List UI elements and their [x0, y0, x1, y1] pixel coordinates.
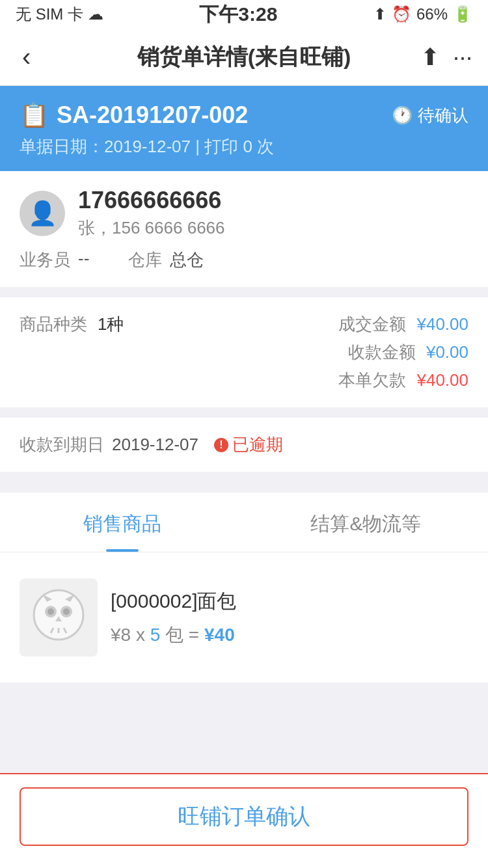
- status-right: ⬆ ⏰ 66% 🔋: [373, 5, 472, 23]
- order-header: 📋 SA-20191207-002 🕐 待确认 单据日期：2019-12-07 …: [0, 86, 488, 171]
- order-icon: 📋: [20, 102, 49, 129]
- debt-amount-value: ¥40.00: [416, 370, 468, 390]
- sales-person-value: --: [78, 249, 89, 271]
- divider-1: [0, 287, 488, 297]
- location-icon: ⬆: [373, 5, 386, 23]
- battery-icon: 🔋: [453, 5, 472, 23]
- receipt-amount-value: ¥0.00: [426, 342, 468, 362]
- status-clock-icon: 🕐: [392, 105, 413, 126]
- tab-settlement[interactable]: 结算&物流等: [244, 493, 488, 552]
- customer-name: 张，156 6666 6666: [78, 217, 225, 239]
- deal-amount-value: ¥40.00: [416, 314, 468, 334]
- order-status: 🕐 待确认: [392, 104, 468, 127]
- summary-section: 商品种类 1种 成交金额 ¥40.00 收款金额 ¥0.00 本单欠款 ¥40.…: [0, 297, 488, 407]
- product-type-row: 商品种类 1种: [20, 313, 124, 336]
- overdue-text: 已逾期: [232, 433, 283, 456]
- no-sim-text: 无 SIM 卡 ☁: [16, 4, 103, 25]
- product-type-value: 1种: [98, 313, 124, 336]
- warehouse-label: 仓库: [128, 249, 162, 271]
- order-id-text: SA-20191207-002: [57, 102, 248, 129]
- share-icon[interactable]: ⬆: [420, 44, 440, 71]
- product-details: [0000002]面包 ¥8 x 5 包 = ¥40: [111, 588, 236, 647]
- alarm-icon: ⏰: [392, 5, 411, 23]
- sales-person-row: 业务员 --: [20, 249, 89, 271]
- tab-sales-products[interactable]: 销售商品: [0, 493, 244, 552]
- svg-point-3: [47, 608, 54, 615]
- product-calc: ¥8 x 5 包 = ¥40: [111, 623, 236, 647]
- product-price: ¥8: [111, 625, 131, 645]
- avatar-icon: 👤: [28, 200, 57, 227]
- product-image: [20, 578, 98, 657]
- customer-avatar: 👤: [20, 191, 65, 236]
- divider-3: [0, 472, 488, 482]
- tab-settlement-label: 结算&物流等: [310, 513, 421, 534]
- warehouse-value: 总仓: [170, 249, 204, 271]
- due-date-value: 2019-12-07: [112, 435, 198, 455]
- divider-2: [0, 407, 488, 418]
- more-icon[interactable]: ···: [453, 44, 472, 71]
- sales-person-label: 业务员: [20, 249, 70, 271]
- summary-amounts: 成交金额 ¥40.00 收款金额 ¥0.00 本单欠款 ¥40.00: [338, 313, 468, 392]
- nav-right-actions: ⬆ ···: [420, 44, 472, 71]
- svg-point-4: [63, 608, 70, 615]
- order-date: 单据日期：2019-12-07 | 打印 0 次: [20, 135, 468, 158]
- nav-bar: ‹ 销货单详情(来自旺铺) ⬆ ···: [0, 29, 488, 86]
- page-title: 销货单详情(来自旺铺): [137, 42, 351, 72]
- product-qty: 5: [150, 625, 161, 645]
- product-list: [0000002]面包 ¥8 x 5 包 = ¥40: [0, 552, 488, 683]
- status-time: 下午3:28: [199, 1, 277, 28]
- debt-amount-label: 本单欠款: [338, 369, 406, 392]
- deal-amount-label: 成交金额: [338, 313, 406, 336]
- product-type-label: 商品种类: [20, 313, 87, 336]
- customer-section: 👤 17666666666 张，156 6666 6666 业务员 -- 仓库 …: [0, 171, 488, 287]
- bottom-bar: 旺铺订单确认: [0, 773, 488, 868]
- confirm-button-label: 旺铺订单确认: [178, 802, 310, 832]
- overdue-dot-icon: !: [214, 438, 228, 452]
- order-id: 📋 SA-20191207-002: [20, 102, 248, 129]
- product-logo-icon: [33, 589, 85, 646]
- product-total: ¥40: [204, 625, 235, 645]
- confirm-button[interactable]: 旺铺订单确认: [20, 787, 468, 846]
- warehouse-row: 仓库 总仓: [128, 249, 204, 271]
- tabs-header: 销售商品 结算&物流等: [0, 493, 488, 552]
- order-status-text: 待确认: [418, 104, 468, 127]
- product-equals: =: [189, 625, 204, 645]
- status-left: 无 SIM 卡 ☁: [16, 4, 103, 25]
- back-button[interactable]: ‹: [16, 36, 37, 78]
- status-bar: 无 SIM 卡 ☁ 下午3:28 ⬆ ⏰ 66% 🔋: [0, 0, 488, 29]
- battery-text: 66%: [416, 5, 448, 23]
- product-unit: 包: [165, 625, 183, 645]
- receipt-amount-label: 收款金额: [348, 341, 416, 364]
- product-item: [0000002]面包 ¥8 x 5 包 = ¥40: [20, 565, 468, 670]
- product-multiply: x: [136, 625, 150, 645]
- due-date-label: 收款到期日: [20, 433, 104, 456]
- overdue-badge: ! 已逾期: [214, 433, 283, 456]
- tab-sales-products-label: 销售商品: [83, 513, 161, 534]
- customer-phone: 17666666666: [78, 187, 225, 214]
- product-name: [0000002]面包: [111, 588, 236, 615]
- tabs-section: 销售商品 结算&物流等: [0, 493, 488, 683]
- due-date-section: 收款到期日 2019-12-07 ! 已逾期: [0, 418, 488, 472]
